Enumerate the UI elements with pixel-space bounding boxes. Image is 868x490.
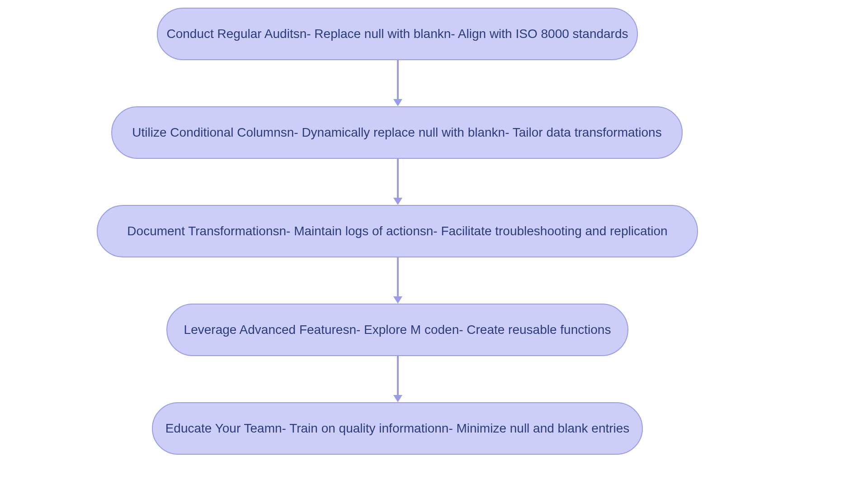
node-text: Utilize Conditional Columnsn- Dynamicall…	[132, 125, 661, 140]
flowchart-arrow	[397, 356, 399, 395]
arrowhead-down-icon	[393, 395, 402, 402]
arrowhead-down-icon	[393, 99, 402, 106]
flowchart-node: Document Transformationsn- Maintain logs…	[97, 205, 698, 257]
arrowhead-down-icon	[393, 296, 402, 304]
arrowhead-down-icon	[393, 198, 402, 205]
flowchart-arrow	[397, 159, 399, 198]
flowchart-node: Leverage Advanced Featuresn- Explore M c…	[166, 304, 628, 356]
flowchart-container: Conduct Regular Auditsn- Replace null wi…	[0, 0, 868, 490]
flowchart-arrow	[397, 60, 399, 99]
flowchart-node: Conduct Regular Auditsn- Replace null wi…	[157, 8, 638, 60]
node-text: Leverage Advanced Featuresn- Explore M c…	[184, 323, 611, 337]
node-text: Conduct Regular Auditsn- Replace null wi…	[166, 27, 628, 41]
node-text: Educate Your Teamn- Train on quality inf…	[165, 421, 630, 436]
flowchart-node: Utilize Conditional Columnsn- Dynamicall…	[111, 106, 683, 159]
flowchart-arrow	[397, 257, 399, 296]
node-text: Document Transformationsn- Maintain logs…	[127, 224, 667, 238]
flowchart-node: Educate Your Teamn- Train on quality inf…	[152, 402, 643, 455]
